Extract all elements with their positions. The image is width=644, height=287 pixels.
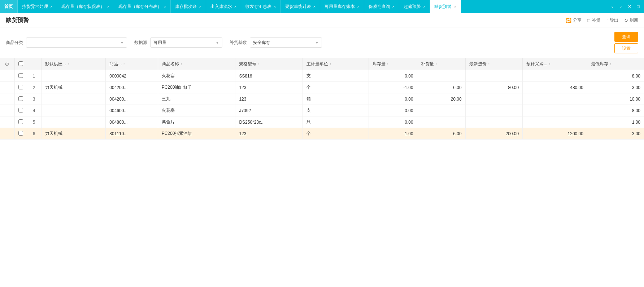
tab-close-overstock[interactable]: ×	[423, 4, 425, 9]
tab-order-stat[interactable]: 要货单统计表 ×	[281, 0, 320, 13]
row-product_name-3: 火花塞	[158, 105, 235, 116]
tab-close-available-ledger[interactable]: ×	[357, 4, 359, 9]
row-default_supplier-0	[41, 70, 106, 82]
tab-batch-account[interactable]: 库存批次账 ×	[171, 0, 206, 13]
row-latest_price-3	[465, 105, 522, 116]
tab-close-expiry-query[interactable]: ×	[392, 4, 395, 9]
replenish-base-select[interactable]: 安全库存 ▼	[250, 37, 322, 48]
datasource-filter-group: 数据源 可用量 ▼	[134, 37, 222, 48]
category-select[interactable]: ▼	[26, 37, 127, 48]
th-latest-price[interactable]: 最新进价 ↕	[465, 58, 522, 70]
row-stock_qty-0: 0.00	[369, 70, 417, 82]
settings-button[interactable]: 设置	[614, 43, 638, 53]
replenish-button[interactable]: □ 补货	[587, 17, 600, 23]
sort-icon-min: ↕	[610, 62, 612, 66]
th-default-supplier[interactable]: 默认供应... ↕	[41, 58, 106, 70]
export-button[interactable]: ↑ 导出	[606, 17, 619, 23]
row-checkbox-1[interactable]	[18, 85, 23, 89]
tab-available-ledger[interactable]: 可用量库存账本 ×	[320, 0, 364, 13]
row-checkbox-cell-0	[14, 70, 27, 82]
tab-close-batch-account[interactable]: ×	[199, 4, 201, 9]
tab-close-order-stat[interactable]: ×	[313, 4, 316, 9]
sort-icon-name: ↕	[180, 62, 182, 66]
tab-label-shortage: 缺货预警	[434, 4, 452, 10]
row-spec-0: SS816	[235, 70, 303, 82]
row-estimated_purchase-4	[523, 116, 587, 128]
tab-exception[interactable]: 拣货异常处理 ×	[18, 0, 57, 13]
tab-collect-summary[interactable]: 收发存汇总表 ×	[241, 0, 280, 13]
row-checkbox-4[interactable]	[18, 119, 23, 124]
th-estimated-purchase-label: 预计采购...	[526, 61, 547, 67]
row-default_supplier-1: 力天机械	[41, 82, 106, 93]
row-checkbox-3[interactable]	[18, 108, 23, 112]
row-latest_price-0	[465, 70, 522, 82]
th-product-name[interactable]: 商品名称 ↕	[158, 58, 235, 70]
tab-close-exception[interactable]: ×	[50, 4, 52, 9]
tab-close-shortage[interactable]: ×	[454, 4, 456, 9]
th-checkbox	[14, 58, 27, 70]
th-product-code[interactable]: 商品... ↕	[106, 58, 158, 70]
query-button[interactable]: 查询	[614, 32, 638, 42]
row-unit-4: 只	[303, 116, 369, 128]
row-replenish_qty-1: 6.00	[417, 82, 465, 93]
tab-bar: 首页拣货异常处理 ×现存量（库存状况表） ×现存量（库存分布表） ×库存批次账 …	[0, 0, 644, 13]
tab-shortage[interactable]: 缺货预警 ×	[430, 0, 461, 13]
th-estimated-purchase[interactable]: 预计采购... ↕	[523, 58, 587, 70]
tab-prev-button[interactable]: ‹	[608, 2, 617, 11]
row-spec-5: 123	[235, 128, 303, 140]
th-replenish-qty[interactable]: 补货量 ↕	[417, 58, 465, 70]
row-estimated_purchase-3	[523, 105, 587, 116]
tab-inout-flow[interactable]: 出入库流水 ×	[206, 0, 241, 13]
th-row-num	[27, 58, 41, 70]
table-header-row: ⚙ 默认供应... ↕ 商品...	[0, 58, 644, 70]
row-num-4: 5	[27, 116, 41, 128]
table-body: 10000042火花塞SS816支0.008.002力天机械004200...P…	[0, 70, 644, 140]
share-label: 分享	[573, 17, 582, 23]
row-min_stock-3: 8.00	[587, 105, 644, 116]
row-num-3: 4	[27, 105, 41, 116]
tab-home[interactable]: 首页	[0, 0, 18, 13]
tab-stock-dist[interactable]: 现存量（库存分布表） ×	[114, 0, 171, 13]
tab-close-collect-summary[interactable]: ×	[274, 4, 276, 9]
th-spec-label: 规格型号	[239, 61, 256, 67]
th-spec[interactable]: 规格型号 ↕	[235, 58, 303, 70]
row-replenish_qty-0	[417, 70, 465, 82]
tab-label-stock-status: 现存量（库存状况表）	[61, 4, 105, 10]
row-checkbox-2[interactable]	[18, 96, 23, 101]
row-gear-cell-5	[0, 128, 14, 140]
tab-close-inout-flow[interactable]: ×	[234, 4, 236, 9]
th-default-supplier-label: 默认供应...	[45, 61, 66, 67]
row-checkbox-0[interactable]	[18, 73, 23, 78]
row-min_stock-5: 3.00	[587, 128, 644, 140]
tab-close-stock-status[interactable]: ×	[107, 4, 109, 9]
refresh-button[interactable]: ↻ 刷新	[624, 17, 638, 23]
row-gear-cell-1	[0, 82, 14, 93]
tab-label-home: 首页	[4, 4, 13, 10]
row-product_code-5: 801110...	[106, 128, 158, 140]
tab-stock-status[interactable]: 现存量（库存状况表） ×	[57, 0, 114, 13]
tab-fullscreen-button[interactable]: □	[634, 2, 643, 11]
row-replenish_qty-5: 6.00	[417, 128, 465, 140]
tab-overstock[interactable]: 超储预警 ×	[399, 0, 430, 13]
row-checkbox-5[interactable]	[18, 131, 23, 136]
main-content: 缺货预警 🔁 分享 □ 补货 ↑ 导出 ↻ 刷新 商品分类	[0, 13, 644, 287]
th-min-stock[interactable]: 最低库存 ↕	[587, 58, 644, 70]
tab-next-button[interactable]: ›	[617, 2, 625, 11]
tab-expiry-query[interactable]: 保质期查询 ×	[364, 0, 399, 13]
row-min_stock-4: 1.00	[587, 116, 644, 128]
tab-close-button[interactable]: ✕	[625, 2, 634, 11]
row-estimated_purchase-2	[523, 93, 587, 105]
row-product_name-1: PC200油缸缸子	[158, 82, 235, 93]
th-stock-qty[interactable]: 库存量 ↕	[369, 58, 417, 70]
column-settings-icon[interactable]: ⚙	[5, 61, 9, 67]
row-estimated_purchase-0	[523, 70, 587, 82]
tab-close-stock-dist[interactable]: ×	[164, 4, 166, 9]
row-spec-4: DS250*23c...	[235, 116, 303, 128]
sort-icon-supplier: ↕	[68, 62, 69, 66]
select-all-checkbox[interactable]	[18, 61, 23, 66]
share-button[interactable]: 🔁 分享	[566, 17, 582, 23]
row-stock_qty-5: -1.00	[369, 128, 417, 140]
row-spec-2: 123	[235, 93, 303, 105]
datasource-select[interactable]: 可用量 ▼	[150, 37, 222, 48]
th-unit[interactable]: 主计量单位 ↕	[303, 58, 369, 70]
